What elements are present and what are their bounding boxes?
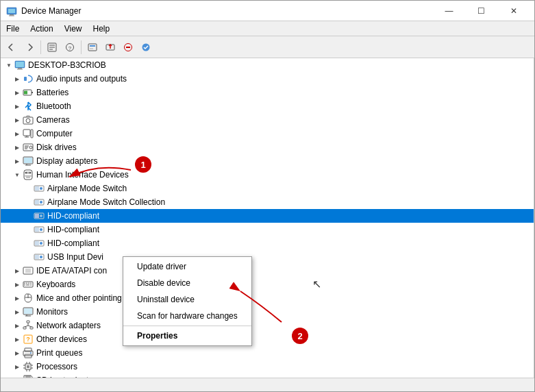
device-tree[interactable]: ▼ DESKTOP-B3CRIOB ▶ (1, 58, 534, 378)
computer-label: Computer (36, 129, 73, 138)
disk-label: Disk drives (36, 143, 77, 152)
tree-item-keyboards[interactable]: ▶ Keyboards (1, 278, 534, 291)
tree-item-hid3[interactable]: ▶ HID-compliant (1, 236, 534, 250)
svg-rect-46 (26, 177, 30, 178)
scan-button[interactable] (84, 39, 101, 56)
svg-rect-12 (90, 48, 93, 49)
svg-rect-70 (24, 283, 25, 284)
ide-expand: ▶ (12, 265, 23, 276)
tree-item-bluetooth[interactable]: ▶ Bluetooth (1, 99, 534, 113)
svg-rect-11 (90, 45, 95, 47)
root-label: DESKTOP-B3CRIOB (28, 60, 106, 70)
monitors-expand: ▶ (12, 306, 23, 317)
menu-view[interactable]: View (59, 23, 88, 35)
forward-button[interactable] (21, 39, 38, 56)
svg-rect-44 (27, 172, 29, 174)
context-scan-hardware[interactable]: Scan for hardware changes (123, 308, 251, 324)
context-properties[interactable]: Properties (123, 328, 251, 344)
menu-file[interactable]: File (1, 23, 25, 35)
audio-expand-icon: ▶ (12, 73, 23, 84)
svg-rect-24 (32, 92, 33, 93)
cameras-label: Cameras (36, 115, 70, 125)
update-driver-button[interactable] (102, 39, 119, 56)
tree-item-airplane-collection[interactable]: ▶ Airplane Mode Switch Collection (1, 195, 534, 209)
network-icon (23, 320, 34, 331)
keyboards-label: Keyboards (36, 280, 75, 289)
ide-label: IDE ATA/ATAPI con (36, 266, 107, 275)
other-label: Other devices (36, 334, 87, 344)
context-disable-device[interactable]: Disable device (123, 275, 251, 291)
tree-item-computer[interactable]: ▶ Computer (1, 127, 534, 140)
tree-item-network[interactable]: ▶ Network adapters (1, 319, 534, 332)
svg-line-87 (25, 326, 28, 327)
context-uninstall-device[interactable]: Uninstall device (123, 291, 251, 308)
svg-rect-57 (35, 228, 39, 232)
display-icon (23, 156, 34, 167)
annotation-1: 1 (135, 156, 151, 173)
maximize-button[interactable]: ☐ (466, 1, 497, 21)
menu-bar: File Action View Help (1, 21, 534, 36)
usb-input-label: USB Input Devi (47, 252, 103, 262)
bluetooth-label: Bluetooth (36, 101, 71, 111)
tree-item-airplane-switch[interactable]: ▶ Airplane Mode Switch (1, 182, 534, 195)
context-update-driver[interactable]: Update driver (123, 258, 251, 275)
hid-device-icon3 (34, 210, 45, 221)
tree-item-processors[interactable]: ▶ Processors (1, 360, 534, 373)
uninstall-button[interactable] (120, 39, 136, 56)
hid-icon (23, 169, 34, 180)
menu-action[interactable]: Action (25, 23, 58, 35)
svg-rect-3 (9, 15, 14, 16)
svg-point-33 (29, 146, 32, 149)
properties-button[interactable] (44, 39, 60, 56)
help-button[interactable]: ? (62, 39, 78, 56)
svg-rect-71 (26, 283, 27, 284)
close-button[interactable]: ✕ (498, 1, 529, 21)
annotation-2: 2 (292, 328, 308, 344)
sd-expand: ▶ (12, 375, 23, 378)
audio-icon (23, 73, 34, 84)
tree-item-hid2[interactable]: ▶ HID-compliant (1, 223, 534, 236)
svg-rect-25 (24, 91, 27, 95)
tree-item-disk[interactable]: ▶ Disk drives (1, 140, 534, 154)
svg-rect-63 (35, 255, 39, 259)
tree-item-sd[interactable]: ▶ SD host adapters (1, 373, 534, 378)
tree-root[interactable]: ▼ DESKTOP-B3CRIOB (1, 58, 534, 72)
toolbar-sep-2 (81, 40, 82, 54)
svg-rect-76 (30, 284, 32, 286)
svg-rect-80 (24, 308, 32, 314)
tree-item-monitors[interactable]: ▶ Monitors (1, 305, 534, 319)
status-bar (1, 378, 534, 391)
svg-rect-2 (10, 14, 14, 16)
tree-item-hid1[interactable]: ▶ HID-compliant (1, 209, 534, 223)
svg-rect-20 (18, 68, 22, 69)
tree-item-mice[interactable]: ▶ Mice and other pointing devices (1, 291, 534, 305)
minimize-button[interactable]: — (434, 1, 464, 21)
svg-rect-83 (27, 321, 29, 323)
tree-item-batteries[interactable]: ▶ Batteries (1, 86, 534, 99)
tree-item-print[interactable]: ▶ Print queues (1, 346, 534, 360)
tree-item-hid[interactable]: ▼ Human Interface Devices (1, 168, 534, 182)
tree-item-audio[interactable]: ▶ Audio inputs and outputs (1, 72, 534, 86)
svg-point-52 (40, 201, 42, 204)
svg-rect-19 (16, 62, 24, 67)
svg-rect-96 (27, 365, 29, 368)
tree-item-usb-input[interactable]: ▶ USB Input Devi (1, 250, 534, 264)
svg-rect-1 (8, 9, 15, 13)
keyboard-icon (23, 279, 34, 290)
tree-item-cameras[interactable]: ▶ Cameras (1, 113, 534, 127)
disk-icon (23, 142, 34, 153)
tree-item-other[interactable]: ▶ ? Other devices (1, 332, 534, 346)
tree-item-display[interactable]: ▶ Display adapters (1, 154, 534, 168)
back-button[interactable] (3, 39, 20, 56)
battery-icon (23, 87, 34, 98)
display-label: Display adapters (36, 156, 97, 166)
svg-point-64 (40, 256, 42, 258)
print-label: Print queues (36, 348, 82, 358)
printer-icon (23, 347, 34, 358)
svg-rect-48 (35, 186, 39, 191)
svg-rect-84 (23, 327, 26, 329)
svg-point-55 (40, 215, 42, 217)
tree-item-ide[interactable]: ▶ IDE ATA/ATAPI con (1, 264, 534, 278)
disable-button[interactable] (138, 39, 154, 56)
menu-help[interactable]: Help (88, 23, 116, 35)
